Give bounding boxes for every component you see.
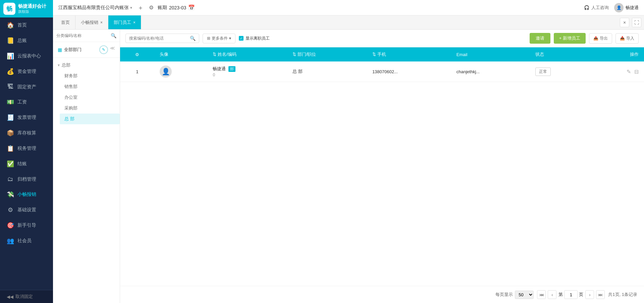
employee-area: 🔍 ⊞ 更多条件 ▾ ✓ 显示离职员工 邀请 + 新增员工 📤 (120, 30, 644, 303)
row-name-code: 畅捷通 部 0 (207, 61, 287, 82)
col-dept-pos[interactable]: ⇅ 部门/职位 (287, 47, 367, 61)
sidebar-item-members[interactable]: 👥 社会员 (0, 233, 53, 249)
dept-child-finance[interactable]: 财务部 (60, 71, 120, 81)
show-resigned-toggle[interactable]: ✓ 显示离职员工 (239, 36, 270, 41)
export-label: 导出 (600, 36, 608, 41)
home-icon: 🏠 (7, 21, 14, 29)
tab-close-all-button[interactable]: × (620, 18, 629, 27)
sidebar-item-guide[interactable]: 🎯 新手引导 (0, 218, 53, 233)
tab-home[interactable]: 首页 (56, 15, 75, 29)
cancel-fix-label: 取消固定 (15, 294, 33, 300)
employee-search-icon[interactable]: 🔍 (190, 36, 196, 41)
col-name-code[interactable]: ⇅ 姓名/编码 (207, 47, 287, 61)
col-phone[interactable]: ⇅ 手机 (367, 47, 451, 61)
col-status: 状态 (530, 47, 591, 61)
sidebar-item-tax[interactable]: 📋 税务管理 (0, 141, 53, 156)
tab-close-dept-emp[interactable]: × (133, 20, 136, 25)
import-button[interactable]: 📥 导入 (615, 33, 639, 44)
tab-dept-emp[interactable]: 部门员工 × (108, 15, 141, 29)
dept-search-input[interactable] (56, 33, 109, 38)
tab-expense[interactable]: 小畅报销 × (75, 15, 108, 29)
tab-fullscreen-button[interactable]: ⛶ (632, 18, 641, 27)
sidebar-item-label: 基础设置 (17, 207, 36, 213)
dept-search-icon[interactable]: 🔍 (111, 33, 116, 38)
members-icon: 👥 (7, 237, 14, 245)
row-status: 正常 (530, 61, 591, 82)
col-email: Email (451, 47, 530, 61)
avatar: 👤 (614, 3, 624, 12)
col-settings[interactable]: ⚙ (120, 47, 154, 61)
user-menu[interactable]: 👤 畅捷通 (614, 3, 639, 12)
first-page-button[interactable]: ⏮ (537, 290, 546, 299)
sidebar-item-label: 税务管理 (17, 145, 36, 152)
add-tab-button[interactable]: ＋ (136, 4, 145, 12)
sidebar-item-reports[interactable]: 📊 云报表中心 (0, 48, 53, 64)
col-avatar: 头像 (154, 47, 207, 61)
sidebar-item-settings[interactable]: ⚙ 基础设置 (0, 202, 53, 218)
export-button[interactable]: 📤 导出 (589, 33, 612, 44)
page-size-select[interactable]: 50 10 20 100 (515, 291, 534, 299)
dept-child-general[interactable]: 总 部 (60, 114, 120, 124)
expense-icon: 💸 (7, 191, 14, 198)
row-avatar: 👤 (154, 61, 207, 82)
tab-home-label: 首页 (61, 19, 70, 26)
page-unit: 页 (579, 292, 583, 298)
settings-icon: ⚙ (7, 206, 14, 214)
sidebar-item-label: 结账 (17, 161, 27, 167)
dept-child-purchase[interactable]: 采购部 (60, 103, 120, 114)
filter-more-button[interactable]: ⊞ 更多条件 ▾ (203, 34, 235, 43)
archive-icon: 🗂 (7, 176, 14, 183)
sidebar-item-inventory[interactable]: 📦 库存核算 (0, 125, 53, 141)
dept-edit-button[interactable]: ✎ (99, 45, 108, 54)
dept-collapse-button[interactable]: ≪ (110, 45, 115, 54)
delete-icon[interactable]: ⊟ (634, 69, 639, 75)
employee-name: 畅捷通 (213, 66, 226, 72)
inventory-icon: 📦 (7, 129, 14, 137)
page-input[interactable] (564, 290, 578, 299)
sidebar-item-label: 云报表中心 (17, 53, 41, 59)
sidebar-item-assets[interactable]: 🏗 固定资产 (0, 79, 53, 94)
sidebar-item-ledger[interactable]: 📒 总账 (0, 33, 53, 48)
edit-icon[interactable]: ✎ (627, 69, 631, 75)
employee-phone: 138070602... (372, 69, 398, 74)
sidebar-item-close[interactable]: ✅ 结账 (0, 156, 53, 172)
dept-child-sales[interactable]: 销售部 (60, 81, 120, 92)
sidebar-item-salary[interactable]: 💵 工资 (0, 94, 53, 110)
main-area: 江西服宝精品有限责任公司内账张 ▾ ＋ ⚙ 账期 2023-03 📅 🎧 人工咨… (53, 0, 644, 303)
next-page-button[interactable]: › (585, 290, 594, 299)
dept-child-office[interactable]: 办公室 (60, 92, 120, 103)
invite-button[interactable]: 邀请 (530, 33, 550, 44)
add-employee-button[interactable]: + 新增员工 (554, 33, 586, 44)
sidebar: 畅 畅捷通好会计 旗舰版 🏠 首页 📒 总账 📊 云报表中心 💰 资金管理 🏗 … (0, 0, 53, 303)
assets-icon: 🏗 (7, 83, 14, 90)
employee-search-input[interactable] (129, 36, 188, 41)
settings-gear-icon[interactable]: ⚙ (149, 4, 154, 11)
sidebar-item-label: 总账 (17, 38, 27, 44)
calendar-icon[interactable]: 📅 (188, 4, 195, 11)
total-records: 共1页, 1条记录 (608, 292, 637, 298)
support-button[interactable]: 🎧 人工咨询 (584, 5, 609, 11)
sidebar-item-archive[interactable]: 🗂 归档管理 (0, 172, 53, 187)
resigned-checkbox[interactable]: ✓ (239, 36, 244, 41)
cancel-fix-button[interactable]: ◀◀ 取消固定 (0, 290, 53, 303)
last-page-button[interactable]: ⏭ (596, 290, 605, 299)
dept-children: 财务部 销售部 办公室 采购部 总 部 (53, 71, 120, 124)
sidebar-item-invoice[interactable]: 🧾 发票管理 (0, 110, 53, 125)
company-selector[interactable]: 江西服宝精品有限责任公司内账张 ▾ (58, 5, 132, 11)
sidebar-item-label: 首页 (17, 22, 27, 28)
tab-close-expense[interactable]: × (100, 20, 103, 25)
guide-icon: 🎯 (7, 222, 14, 229)
company-name: 江西服宝精品有限责任公司内账张 (58, 5, 129, 11)
prev-page-button[interactable]: ‹ (548, 290, 556, 299)
row-email: chanjethkj... (451, 61, 530, 82)
topbar: 江西服宝精品有限责任公司内账张 ▾ ＋ ⚙ 账期 2023-03 📅 🎧 人工咨… (53, 0, 644, 15)
sidebar-item-home[interactable]: 🏠 首页 (0, 17, 53, 33)
row-dept-pos: 总 部 (287, 61, 367, 82)
sidebar-item-funds[interactable]: 💰 资金管理 (0, 64, 53, 79)
dept-node-hq-header[interactable]: ▾ 总部 (53, 60, 120, 71)
sidebar-item-label: 库存核算 (17, 130, 36, 136)
tabs-bar: 首页 小畅报销 × 部门员工 × × ⛶ (53, 15, 644, 30)
sidebar-item-expense[interactable]: 💸 小畅报销 (0, 187, 53, 202)
app-logo[interactable]: 畅 畅捷通好会计 旗舰版 (0, 0, 53, 17)
table-row: 1 👤 畅捷通 部 0 (120, 61, 644, 82)
